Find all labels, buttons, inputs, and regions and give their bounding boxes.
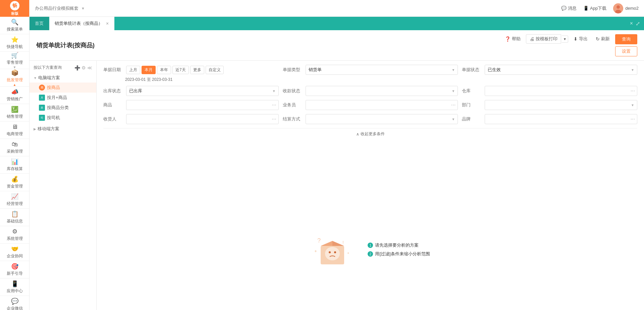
out-status-label: 出库状态 [103, 88, 123, 94]
app-download-icon: 📱 [583, 6, 589, 11]
page-title: 销货单统计表(按商品) [36, 41, 95, 49]
date-label: 单据日期 [103, 67, 123, 73]
sidebar-item-inventory[interactable]: 📊 库存核算 [0, 156, 29, 174]
sidebar-item-system[interactable]: ⚙ 系统管理 [0, 226, 29, 244]
doc-type-select[interactable]: 销货单 ▼ [306, 65, 458, 75]
workspace-dropdown-arrow: ▼ [81, 6, 85, 10]
warehouse-dots-icon: ··· [631, 88, 635, 94]
tab-close-window-icon[interactable]: × [630, 20, 633, 27]
date-btn-this-year[interactable]: 本年 [157, 66, 171, 74]
warehouse-input[interactable]: ··· [485, 86, 637, 96]
sidebar-item-purchase[interactable]: 🛍 采购管理 [0, 139, 29, 156]
date-btn-custom[interactable]: 自定义 [206, 66, 224, 74]
app-download-btn[interactable]: 📱 App下载 [583, 5, 606, 11]
print-dropdown-arrow[interactable]: ▼ [562, 36, 568, 43]
user-profile[interactable]: demo2 [613, 3, 639, 13]
sidebar-item-app-center[interactable]: 📱 应用中心 [0, 278, 29, 296]
sidebar-item-label: 销售管理 [7, 114, 23, 119]
workspace-selector[interactable]: 办公用品行业模拟账套 ▼ [35, 5, 85, 11]
doc-type-arrow-icon: ▼ [451, 68, 455, 72]
refresh-btn[interactable]: ↻ 刷新 [593, 35, 612, 43]
scheme-item-by-month-product[interactable]: 月 按月+商品 [30, 93, 96, 103]
brand-input[interactable]: ··· [485, 114, 637, 124]
date-group: 上月 本月 本年 近7天 更多 自定义 [126, 66, 279, 74]
dept-label: 部门 [462, 102, 482, 108]
top-header: 办公用品行业模拟账套 ▼ 💬 消息 📱 App下载 de [30, 0, 644, 17]
product-label: 商品 [103, 102, 123, 108]
help-label: 帮助 [512, 36, 521, 42]
message-icon: 💬 [561, 6, 567, 11]
date-btn-more[interactable]: 更多 [190, 66, 204, 74]
scheme-settings-icon[interactable]: ⚙ [82, 65, 86, 70]
help-icon: ❓ [505, 36, 511, 42]
sidebar-item-marketing[interactable]: 📣 营销推广 [0, 87, 29, 104]
doc-status-select[interactable]: 已生效 ▼ [485, 65, 637, 75]
sidebar-item-finance[interactable]: 💰 资金管理 [0, 174, 29, 191]
sidebar-item-retail[interactable]: 🛒 零售管理 ▼ [0, 52, 29, 69]
out-status-select[interactable]: 已出库 ▼ [126, 86, 279, 96]
scheme-panel-actions: ➕ ⚙ ≪ [74, 65, 92, 70]
scheme-item-label: 按商品分类 [47, 105, 69, 111]
sidebar-item-basic-info[interactable]: 📋 基础信息 [0, 209, 29, 226]
scheme-collapse-icon[interactable]: ≪ [87, 65, 92, 70]
brand-dots-icon: ··· [631, 116, 635, 122]
query-button[interactable]: 查询 [615, 34, 637, 44]
out-status-arrow-icon: ▼ [272, 89, 276, 93]
product-input[interactable]: ··· [126, 100, 279, 110]
collapse-btn[interactable]: ∧ 收起更多条件 [103, 128, 637, 140]
receiver-input[interactable]: ··· [126, 114, 279, 124]
sidebar-item-operations[interactable]: 📈 经营管理 [0, 191, 29, 209]
collect-status-select[interactable]: ▼ [306, 86, 458, 96]
tab-home[interactable]: 首页 [30, 17, 49, 30]
dept-arrow-icon: ▼ [631, 103, 634, 107]
scheme-add-icon[interactable]: ➕ [74, 65, 80, 70]
tab-home-label: 首页 [35, 20, 44, 27]
sidebar-item-enterprise[interactable]: 🤝 企业协同 [0, 244, 29, 261]
app-logo: 畅 标版 [0, 0, 29, 17]
scheme-item-icon: 司 [39, 115, 45, 121]
sidebar-item-ecommerce[interactable]: 🖥 电商管理 [0, 121, 29, 139]
tab-maximize-icon[interactable]: ⤢ [636, 20, 640, 27]
tab-sales-stats[interactable]: 销货单统计表（按商品） × [49, 17, 114, 30]
date-btn-this-month[interactable]: 本月 [142, 66, 156, 74]
help-btn[interactable]: ❓ 帮助 [502, 35, 523, 43]
page-body: 按以下方案查询 ➕ ⚙ ≪ ▼ 电脑端方案 商 按商品 [30, 61, 644, 310]
sidebar-item-label: 库存核算 [7, 166, 23, 172]
sidebar-item-label: 电商管理 [7, 131, 23, 137]
scheme-group-desktop-header[interactable]: ▼ 电脑端方案 [30, 73, 96, 83]
scheme-item-by-product[interactable]: 商 按商品 [30, 83, 96, 93]
doc-type-label: 单据类型 [283, 67, 303, 73]
enterprise-icon: 🤝 [11, 245, 18, 253]
scheme-item-by-driver[interactable]: 司 按司机 [30, 113, 96, 123]
print-btn[interactable]: 🖨 按模板打印 [526, 34, 561, 44]
message-btn[interactable]: 💬 消息 [561, 5, 577, 11]
cart-icon: 🛒 [11, 52, 18, 59]
tab-close-icon[interactable]: × [106, 21, 109, 26]
settings-button[interactable]: 设置 [615, 46, 637, 56]
sidebar-item-quick-nav[interactable]: ⭐ 快捷导航 [0, 34, 29, 52]
payment-select[interactable]: ▼ [306, 114, 458, 124]
scheme-group-arrow-icon: ▶ [34, 127, 36, 131]
sidebar-item-wholesale[interactable]: 📦 批发管理 ▲ [0, 69, 29, 87]
scheme-item-by-category[interactable]: 类 按商品分类 [30, 103, 96, 113]
staff-dots-icon: ··· [451, 102, 455, 108]
date-btn-last-month[interactable]: 上月 [126, 66, 140, 74]
print-label: 按模板打印 [536, 36, 557, 42]
dept-select[interactable]: ▼ [485, 100, 637, 110]
export-btn[interactable]: ⬇ 导出 [571, 35, 590, 43]
sidebar-item-wechat[interactable]: 💬 企业微信 [0, 296, 29, 310]
ecommerce-icon: 🖥 [12, 123, 18, 131]
page-action-buttons: ❓ 帮助 🖨 按模板打印 ▼ ⬇ 导出 [502, 34, 612, 44]
sidebar-item-search[interactable]: 🔍 搜索菜单 [0, 17, 29, 34]
sidebar-item-label: 营销推广 [7, 96, 23, 102]
tip-text-2: 用[过滤]条件来缩小分析范围 [375, 251, 430, 257]
scheme-item-icon: 类 [39, 105, 45, 111]
sidebar-item-sales[interactable]: 💹 销售管理 [0, 104, 29, 121]
scheme-group-mobile-header[interactable]: ▶ 移动端方案 [30, 124, 96, 134]
sidebar-item-guide[interactable]: 🎯 新手引导 [0, 261, 29, 278]
wechat-icon: 💬 [11, 298, 18, 305]
staff-input[interactable]: ··· [306, 100, 458, 110]
date-btn-7days[interactable]: 近7天 [172, 66, 189, 74]
sidebar: 畅 标版 🔍 搜索菜单 ⭐ 快捷导航 🛒 零售管理 ▼ 📦 批发管理 ▲ 📣 营… [0, 0, 30, 310]
tab-bar: 首页 销货单统计表（按商品） × × ⤢ [30, 17, 644, 30]
